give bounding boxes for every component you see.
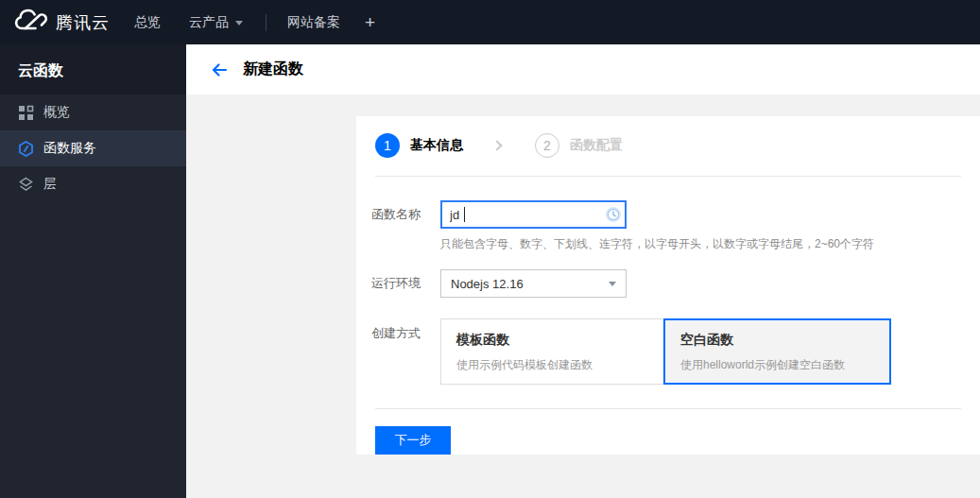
page-header: 新建函数 — [186, 44, 980, 94]
creation-method-label: 创建方式 — [371, 318, 440, 385]
nav-item-website-record[interactable]: 网站备案 — [287, 14, 340, 31]
option-blank-function[interactable]: 空白函数 使用helloworld示例创建空白函数 — [663, 318, 891, 385]
option-description: 使用helloworld示例创建空白函数 — [680, 357, 889, 373]
chevron-right-icon — [491, 140, 502, 150]
nav-item-cloud-products[interactable]: 云产品 — [189, 14, 243, 31]
sidebar-title: 云函数 — [0, 44, 186, 94]
runtime-select[interactable]: Nodejs 12.16 — [440, 269, 627, 298]
runtime-label: 运行环境 — [371, 269, 440, 298]
basic-info-form: 函数名称 — [356, 200, 980, 385]
creation-method-row: 创建方式 模板函数 使用示例代码模板创建函数 空白函数 使用helloworld… — [371, 318, 980, 385]
step-indicator: 1 基本信息 2 函数配置 — [356, 116, 980, 176]
sidebar-item-overview[interactable]: 概览 — [0, 94, 186, 130]
sidebar-menu: 概览 函数服务 层 — [0, 94, 186, 202]
section-divider — [375, 176, 961, 177]
next-step-button[interactable]: 下一步 — [375, 426, 451, 455]
sidebar-item-label: 概览 — [43, 104, 70, 121]
clock-icon — [605, 206, 622, 223]
tencent-cloud-logo-icon — [13, 9, 47, 37]
text-cursor — [464, 207, 465, 222]
sidebar-item-label: 层 — [43, 176, 57, 193]
nav-item-cloud-products-label: 云产品 — [189, 14, 229, 31]
sidebar-item-layers[interactable]: 层 — [0, 166, 186, 202]
top-navbar: 腾讯云 总览 云产品 网站备案 + — [0, 0, 980, 44]
brand-logo[interactable]: 腾讯云 — [13, 9, 110, 37]
sidebar-item-function-service[interactable]: 函数服务 — [0, 130, 186, 166]
grid-icon — [18, 105, 34, 121]
chevron-down-icon — [235, 21, 243, 26]
top-nav-menu: 总览 云产品 网站备案 + — [110, 12, 375, 33]
step-number-badge: 2 — [535, 133, 559, 158]
sidebar-item-label: 函数服务 — [43, 140, 96, 157]
back-arrow-icon[interactable] — [210, 60, 229, 79]
function-name-input[interactable] — [440, 200, 627, 229]
function-name-label: 函数名称 — [371, 200, 440, 252]
step-basic-info: 1 基本信息 — [375, 133, 463, 158]
function-name-row: 函数名称 — [371, 200, 980, 252]
create-function-card: 1 基本信息 2 函数配置 函数名称 — [356, 116, 980, 455]
section-divider — [375, 408, 961, 409]
sidebar: 云函数 概览 — [0, 44, 186, 498]
runtime-row: 运行环境 Nodejs 12.16 — [371, 269, 980, 298]
creation-method-options: 模板函数 使用示例代码模板创建函数 空白函数 使用helloworld示例创建空… — [440, 318, 891, 385]
runtime-selected-value: Nodejs 12.16 — [451, 277, 524, 291]
page-title: 新建函数 — [243, 60, 303, 79]
step-label: 基本信息 — [410, 137, 463, 154]
nav-item-overview[interactable]: 总览 — [134, 14, 161, 31]
step-function-config: 2 函数配置 — [535, 133, 623, 158]
option-title: 空白函数 — [680, 332, 889, 349]
app-window: 腾讯云 总览 云产品 网站备案 + 云函数 — [0, 0, 980, 498]
option-title: 模板函数 — [456, 332, 663, 349]
option-template-function[interactable]: 模板函数 使用示例代码模板创建函数 — [440, 318, 664, 385]
layers-icon — [18, 177, 34, 193]
navbar-divider — [266, 14, 266, 31]
function-name-hint: 只能包含字母、数字、下划线、连字符，以字母开头，以数字或字母结尾，2~60个字符 — [440, 236, 874, 252]
add-tab-button[interactable]: + — [365, 12, 375, 33]
main-area: 新建函数 1 基本信息 2 函数配置 — [186, 44, 980, 498]
chevron-down-icon — [609, 282, 616, 286]
step-number-badge: 1 — [375, 133, 400, 158]
content-area: 1 基本信息 2 函数配置 函数名称 — [186, 94, 980, 498]
function-name-input-wrap — [440, 200, 627, 229]
brand-name: 腾讯云 — [56, 11, 110, 34]
option-description: 使用示例代码模板创建函数 — [456, 357, 663, 373]
step-label: 函数配置 — [570, 137, 623, 154]
function-name-control: 只能包含字母、数字、下划线、连字符，以字母开头，以数字或字母结尾，2~60个字符 — [440, 200, 874, 252]
scf-icon — [18, 141, 34, 157]
